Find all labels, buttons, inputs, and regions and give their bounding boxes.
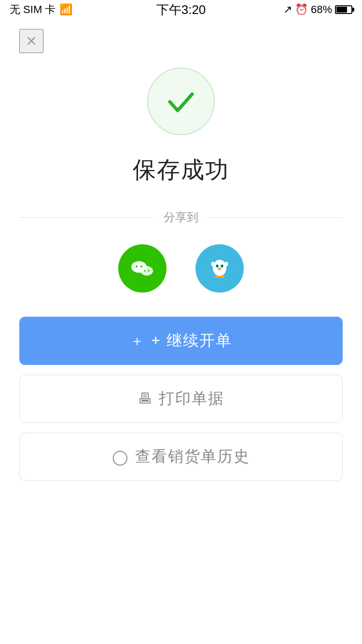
success-title: 保存成功 [133,154,229,185]
svg-point-11 [218,268,222,270]
main-content: × 保存成功 分享到 [0,19,362,510]
divider-line-right [208,217,343,218]
divider-line-left [19,217,154,218]
svg-point-13 [220,276,224,278]
continue-order-label: + 继续开单 [151,330,232,351]
plus-icon: ＋ [130,331,145,351]
close-button[interactable]: × [19,29,43,53]
svg-point-4 [144,270,145,271]
wechat-share-button[interactable] [118,244,167,293]
svg-point-5 [148,270,149,271]
status-left: 无 SIM 卡 📶 [10,2,72,17]
battery-percent: 68% [311,3,332,16]
battery-icon [335,5,352,14]
svg-point-2 [136,266,138,267]
svg-point-15 [225,262,228,266]
no-sim-label: 无 SIM 卡 [10,2,56,17]
clock-icon: ◯ [112,448,129,465]
svg-point-3 [140,266,142,267]
alarm-icon: ⏰ [295,3,308,16]
svg-point-8 [216,265,218,267]
continue-order-button[interactable]: ＋ + 继续开单 [19,317,343,365]
svg-point-1 [140,266,153,276]
history-button[interactable]: ◯ 查看销货单历史 [19,433,343,481]
status-time: 下午3:20 [156,1,206,18]
svg-point-14 [211,262,215,266]
share-icons [19,244,343,293]
qq-icon [206,254,234,282]
status-right: ↗ ⏰ 68% [283,3,352,16]
svg-point-12 [215,276,220,278]
location-icon: ↗ [283,3,292,16]
wifi-icon: 📶 [59,3,72,16]
print-button[interactable]: 🖶 打印单据 [19,375,343,423]
share-divider: 分享到 [19,210,343,225]
share-label: 分享到 [164,210,198,225]
wechat-icon [128,254,156,282]
svg-point-10 [221,265,223,267]
action-buttons: ＋ + 继续开单 🖶 打印单据 ◯ 查看销货单历史 [19,317,343,481]
print-label: 打印单据 [159,388,224,409]
status-bar: 无 SIM 卡 📶 下午3:20 ↗ ⏰ 68% [0,0,362,19]
share-section: 分享到 [19,210,343,293]
qq-share-button[interactable] [195,244,244,293]
history-label: 查看销货单历史 [135,446,250,467]
success-icon-wrapper [147,68,215,135]
checkmark-icon [164,84,198,118]
print-icon: 🖶 [138,391,153,407]
